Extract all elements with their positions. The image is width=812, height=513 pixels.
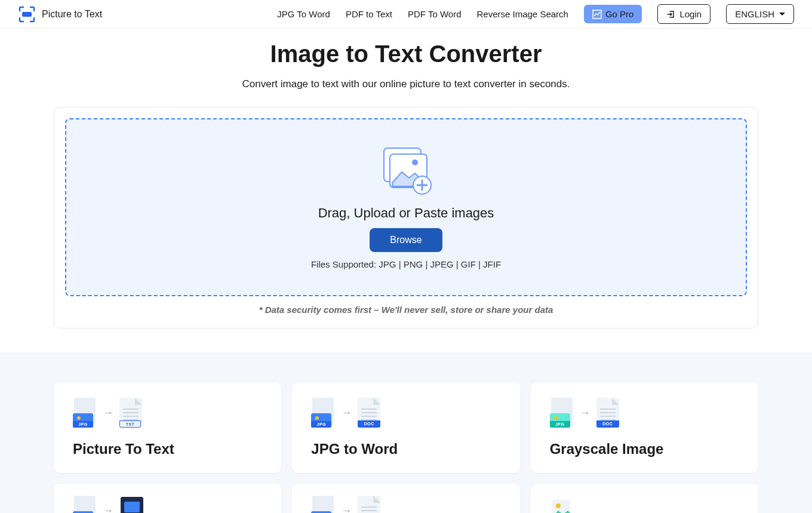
tool-icon-row: JPG → TXT: [73, 398, 262, 428]
doc-file-icon: DOC: [596, 398, 619, 428]
text-file-icon: [358, 496, 380, 513]
arrow-right-icon: →: [341, 505, 352, 514]
dropzone-instruction: Drag, Upload or Paste images: [318, 205, 494, 221]
logo-icon: [18, 5, 36, 23]
language-label: ENGLISH: [735, 9, 774, 19]
image-icon: [550, 496, 574, 513]
tool-icon-row: →: [311, 496, 500, 513]
go-pro-label: Go Pro: [605, 9, 634, 19]
tool-icon-row: JPG → DOC: [550, 398, 739, 428]
tool-card-partial-3[interactable]: [531, 484, 758, 513]
chart-icon: [592, 10, 602, 19]
svg-point-8: [554, 416, 558, 420]
tool-card-grayscale[interactable]: JPG → DOC Grayscale Image: [531, 382, 758, 473]
arrow-right-icon: →: [103, 407, 113, 419]
tool-title: Picture To Text: [73, 441, 262, 457]
svg-point-7: [315, 416, 319, 420]
page-subtitle: Convert image to text with our online pi…: [0, 78, 812, 90]
login-button[interactable]: Login: [657, 4, 710, 24]
header: Picture to Text JPG To Word PDF to Text …: [0, 0, 812, 29]
jpg-file-icon: JPG: [73, 398, 97, 428]
logo[interactable]: Picture to Text: [18, 5, 102, 23]
security-note: * Data security comes first – We'll neve…: [65, 296, 747, 317]
hero: Image to Text Converter Convert image to…: [0, 29, 812, 328]
nav-reverse-image[interactable]: Reverse Image Search: [477, 9, 568, 19]
tool-title: Grayscale Image: [550, 441, 739, 457]
nav-pdf-to-text[interactable]: PDF to Text: [346, 9, 392, 19]
jpg-file-icon: [73, 496, 97, 513]
jpg-file-icon: JPG: [550, 398, 574, 428]
page-title: Image to Text Converter: [0, 41, 812, 67]
arrow-right-icon: →: [341, 407, 352, 419]
arrow-right-icon: →: [103, 505, 113, 514]
tool-title: JPG to Word: [311, 441, 500, 457]
tool-icon-row: [550, 496, 739, 513]
tool-card-jpg-to-word[interactable]: JPG → DOC JPG to Word: [292, 382, 519, 473]
jpg-file-icon: [311, 496, 335, 513]
invert-file-icon: [119, 496, 143, 513]
tool-card-partial-2[interactable]: →: [292, 484, 519, 513]
tools-grid: JPG → TXT Picture To Text JPG →: [54, 382, 758, 513]
tool-card-partial-1[interactable]: →: [54, 484, 281, 513]
dropzone[interactable]: Drag, Upload or Paste images Browse File…: [65, 118, 747, 296]
tool-icon-row: JPG → DOC: [311, 398, 500, 428]
supported-formats: Files Supported: JPG | PNG | JPEG | GIF …: [311, 259, 501, 269]
browse-button[interactable]: Browse: [370, 228, 442, 252]
nav-pdf-to-word[interactable]: PDF To Word: [408, 9, 461, 19]
nav-jpg-to-word[interactable]: JPG To Word: [277, 9, 330, 19]
doc-file-icon: DOC: [358, 398, 380, 428]
upload-card: Drag, Upload or Paste images Browse File…: [54, 107, 758, 328]
chevron-down-icon: [779, 13, 785, 16]
txt-file-icon: TXT: [119, 398, 142, 428]
upload-image-icon: [379, 146, 433, 198]
svg-point-12: [556, 503, 561, 508]
language-selector[interactable]: ENGLISH: [726, 4, 794, 24]
arrow-right-icon: →: [580, 407, 590, 419]
jpg-file-icon: JPG: [311, 398, 335, 428]
nav: JPG To Word PDF to Text PDF To Word Reve…: [277, 4, 794, 24]
login-label: Login: [679, 9, 702, 19]
svg-rect-0: [22, 12, 32, 17]
go-pro-button[interactable]: Go Pro: [584, 5, 642, 23]
tool-icon-row: →: [73, 496, 262, 513]
svg-point-6: [77, 416, 81, 420]
brand-text: Picture to Text: [42, 9, 102, 20]
tools-section: JPG → TXT Picture To Text JPG →: [0, 352, 812, 513]
tool-card-picture-to-text[interactable]: JPG → TXT Picture To Text: [54, 382, 281, 473]
login-icon: [666, 10, 676, 19]
svg-point-4: [412, 159, 418, 165]
